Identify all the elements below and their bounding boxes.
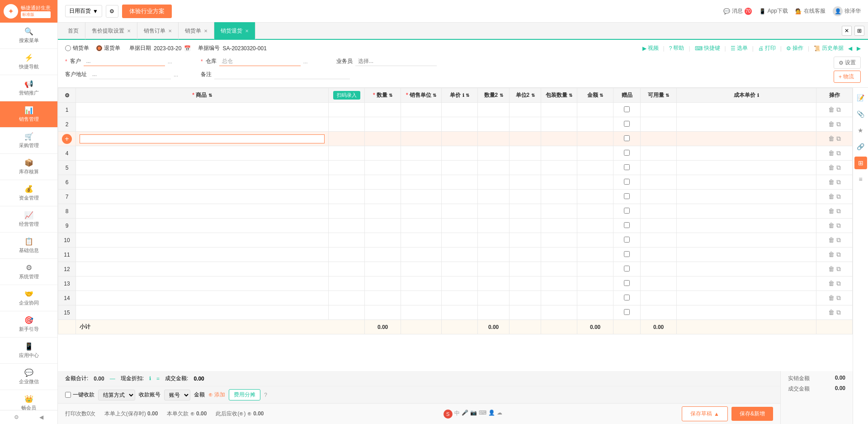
cell-amount[interactable] [577, 161, 613, 175]
tab-close-all-button[interactable]: ✕ [842, 26, 852, 36]
delete-row-button[interactable]: 🗑 [827, 178, 835, 186]
delete-row-button[interactable]: 🗑 [827, 222, 835, 229]
user-profile[interactable]: 👤 徐泽华 [833, 6, 861, 16]
sidebar-item-purchase[interactable]: 🛒 采购管理 [0, 128, 57, 154]
cell-product[interactable] [76, 305, 329, 320]
cell-available[interactable] [641, 248, 677, 262]
cell-gift[interactable] [613, 291, 641, 305]
cell-quantity2[interactable] [478, 204, 509, 219]
cell-unit-price[interactable] [442, 276, 478, 291]
cell-product[interactable] [76, 233, 329, 248]
breadcrumb-select[interactable]: 日用百货 ▼ [65, 5, 102, 17]
camera-icon[interactable]: 📷 [470, 410, 477, 419]
cell-quantity[interactable] [365, 262, 401, 276]
cell-unit2[interactable] [509, 175, 541, 190]
gift-checkbox[interactable] [624, 193, 630, 199]
sidebar-item-member[interactable]: 👑 畅会员 [0, 390, 57, 410]
cell-sales-unit[interactable] [401, 305, 442, 320]
return-bill-radio[interactable]: 退货单 [96, 44, 120, 52]
sidebar-item-marketing[interactable]: 📢 营销推广 [0, 75, 57, 101]
cell-unit2[interactable] [509, 262, 541, 276]
cell-package-qty[interactable] [541, 262, 577, 276]
salesperson-input[interactable] [355, 57, 437, 66]
cell-available[interactable] [641, 117, 677, 132]
delete-row-button[interactable]: 🗑 [827, 251, 835, 258]
cell-quantity[interactable] [365, 204, 401, 219]
cell-unit-price[interactable] [442, 117, 478, 132]
cell-available[interactable] [641, 161, 677, 175]
next-record-icon[interactable]: ▶ [857, 45, 861, 52]
one-key-pay-checkbox[interactable]: 一键收款 [65, 391, 94, 399]
cell-cost-price[interactable] [677, 262, 816, 276]
app-download-button[interactable]: 📱 App下载 [759, 7, 788, 15]
cell-product[interactable] [76, 262, 329, 276]
cell-package-qty[interactable] [541, 103, 577, 117]
right-panel-list-icon[interactable]: ≡ [854, 173, 867, 186]
address-dots[interactable]: ... [174, 71, 178, 78]
cell-unit-price[interactable] [442, 219, 478, 233]
save-draft-button[interactable]: 保存草稿 ▲ [682, 406, 728, 421]
cell-unit-price[interactable] [442, 146, 478, 161]
copy-row-button[interactable]: ⧉ [835, 236, 842, 244]
copy-row-button[interactable]: ⧉ [835, 106, 842, 114]
cell-gift[interactable] [613, 146, 641, 161]
cell-cost-price[interactable] [677, 146, 816, 161]
cell-available[interactable] [641, 276, 677, 291]
sort-icon-quantity[interactable]: ⇅ [389, 93, 392, 98]
cell-unit2[interactable] [509, 233, 541, 248]
cell-sales-unit[interactable] [401, 204, 442, 219]
delete-row-button[interactable]: 🗑 [827, 309, 835, 316]
col-header-settings[interactable]: ⚙ [58, 88, 76, 103]
weather-icon[interactable]: ☁ [497, 410, 502, 419]
account-select[interactable]: 账号 [164, 390, 190, 400]
cell-product[interactable] [76, 103, 329, 117]
zh-icon[interactable]: 中 [454, 410, 460, 419]
cell-unit-price[interactable] [442, 262, 478, 276]
warehouse-dots[interactable]: ... [303, 58, 308, 65]
cell-package-qty[interactable] [541, 132, 577, 146]
cell-quantity[interactable] [365, 146, 401, 161]
logistics-button[interactable]: + 物流 [834, 71, 861, 83]
delete-row-button[interactable]: 🗑 [827, 149, 835, 157]
right-panel-link-icon[interactable]: 🔗 [854, 140, 867, 153]
address-input[interactable] [90, 70, 171, 79]
one-key-pay-check[interactable] [65, 392, 71, 398]
cell-amount[interactable] [577, 291, 613, 305]
cell-package-qty[interactable] [541, 276, 577, 291]
video-help-button[interactable]: ▶ 视频 [642, 44, 659, 52]
cell-gift[interactable] [613, 248, 641, 262]
cell-cost-price[interactable] [677, 248, 816, 262]
calc-method-select[interactable]: 结算方式 [98, 390, 135, 400]
cell-package-qty[interactable] [541, 190, 577, 204]
gift-checkbox[interactable] [624, 309, 630, 315]
cell-unit2[interactable] [509, 305, 541, 320]
customer-input[interactable] [84, 57, 165, 66]
cell-quantity2[interactable] [478, 291, 509, 305]
cell-quantity2[interactable] [478, 276, 509, 291]
sidebar-settings-icon[interactable]: ⚙ [14, 414, 19, 420]
cell-sales-unit[interactable] [401, 248, 442, 262]
sidebar-item-sales[interactable]: 📊 销售管理 [0, 101, 57, 128]
cell-unit-price[interactable] [442, 161, 478, 175]
cell-quantity[interactable] [365, 103, 401, 117]
gift-checkbox[interactable] [624, 164, 630, 170]
copy-row-button[interactable]: ⧉ [835, 251, 842, 258]
cell-package-qty[interactable] [541, 175, 577, 190]
cell-amount[interactable] [577, 132, 613, 146]
sidebar-item-basic[interactable]: 📋 基础信息 [0, 233, 57, 259]
cell-amount[interactable] [577, 190, 613, 204]
cell-product[interactable] [76, 146, 329, 161]
cell-quantity2[interactable] [478, 262, 509, 276]
cell-unit-price[interactable] [442, 103, 478, 117]
cell-quantity[interactable] [365, 233, 401, 248]
tab-home[interactable]: 首页 [61, 22, 85, 39]
cell-amount[interactable] [577, 248, 613, 262]
cell-product[interactable] [76, 219, 329, 233]
cell-sales-unit[interactable] [401, 117, 442, 132]
scan-input-button[interactable]: 扫码录入 [333, 91, 360, 100]
cell-cost-price[interactable] [677, 161, 816, 175]
cell-available[interactable] [641, 262, 677, 276]
cell-package-qty[interactable] [541, 117, 577, 132]
cell-quantity2[interactable] [478, 190, 509, 204]
cell-cost-price[interactable] [677, 219, 816, 233]
